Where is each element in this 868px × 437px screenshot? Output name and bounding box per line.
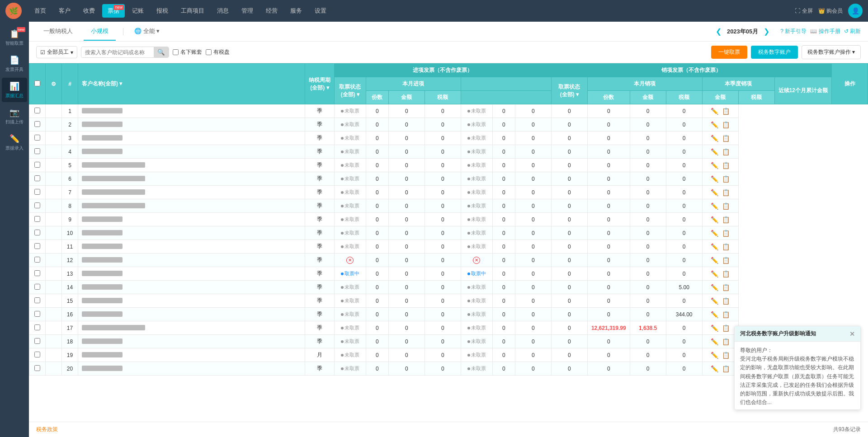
edit-icon[interactable]: ✏️ <box>710 351 719 360</box>
row-checkbox[interactable] <box>34 324 40 330</box>
row-checkbox-cell[interactable] <box>29 348 46 362</box>
copy-icon[interactable]: 📋 <box>721 324 731 333</box>
nav-tax[interactable]: 报税 <box>151 4 174 18</box>
row-checkbox-cell[interactable] <box>29 118 46 132</box>
row-expand-cell[interactable] <box>46 254 62 267</box>
copy-icon[interactable]: 📋 <box>721 120 731 129</box>
taxdisk-checkbox-label[interactable]: 有税盘 <box>206 48 230 56</box>
tab-omnibus[interactable]: 🌐 全能 ▾ <box>127 23 167 41</box>
select-all-checkbox[interactable] <box>34 80 40 86</box>
subsidiary-checkbox[interactable] <box>173 49 179 55</box>
row-checkbox[interactable] <box>34 243 40 249</box>
nav-accounting[interactable]: 记账 <box>127 4 149 18</box>
copy-icon[interactable]: 📋 <box>721 269 731 278</box>
edit-icon[interactable]: ✏️ <box>710 310 719 319</box>
nav-invoice[interactable]: 票据 new <box>102 4 125 18</box>
new-guide-button[interactable]: ? 新手引导 <box>780 28 807 35</box>
user-avatar[interactable]: 👤 <box>848 4 863 18</box>
row-checkbox[interactable] <box>34 311 40 317</box>
edit-icon[interactable]: ✏️ <box>710 215 719 224</box>
edit-icon[interactable]: ✏️ <box>710 337 719 346</box>
nav-billing[interactable]: 收费 <box>78 4 100 18</box>
nav-service[interactable]: 服务 <box>285 4 307 18</box>
edit-icon[interactable]: ✏️ <box>710 296 719 305</box>
copy-icon[interactable]: 📋 <box>721 229 731 238</box>
row-checkbox[interactable] <box>34 202 40 208</box>
search-button[interactable]: 🔍 <box>154 47 169 57</box>
app-logo[interactable]: 🌿 <box>5 3 22 19</box>
row-expand-cell[interactable] <box>46 348 62 362</box>
customer-search-input[interactable] <box>81 47 154 57</box>
edit-icon[interactable]: ✏️ <box>710 283 719 292</box>
nav-business[interactable]: 工商项目 <box>175 4 210 18</box>
notification-close-button[interactable]: ✕ <box>849 330 855 338</box>
row-expand-cell[interactable] <box>46 240 62 254</box>
copy-icon[interactable]: 📋 <box>721 364 731 373</box>
row-checkbox[interactable] <box>34 216 40 222</box>
row-checkbox-cell[interactable] <box>29 172 46 186</box>
edit-icon[interactable]: ✏️ <box>710 242 719 251</box>
copy-icon[interactable]: 📋 <box>721 215 731 224</box>
row-expand-cell[interactable] <box>46 104 62 118</box>
row-checkbox-cell[interactable] <box>29 267 46 281</box>
row-checkbox-cell[interactable] <box>29 104 46 118</box>
row-checkbox-cell[interactable] <box>29 226 46 240</box>
nav-settings[interactable]: 设置 <box>309 4 332 18</box>
copy-icon[interactable]: 📋 <box>721 283 731 292</box>
row-checkbox-cell[interactable] <box>29 240 46 254</box>
row-checkbox[interactable] <box>34 352 40 357</box>
row-checkbox-cell[interactable] <box>29 159 46 172</box>
tax-digital-account-ops-button[interactable]: 税务数字账户操作 ▾ <box>802 45 861 59</box>
copy-icon[interactable]: 📋 <box>721 296 731 305</box>
copy-icon[interactable]: 📋 <box>721 202 731 211</box>
edit-icon[interactable]: ✏️ <box>710 161 719 170</box>
row-checkbox[interactable] <box>34 108 40 113</box>
copy-icon[interactable]: 📋 <box>721 147 731 156</box>
taxdisk-checkbox[interactable] <box>206 49 212 55</box>
copy-icon[interactable]: 📋 <box>721 256 731 265</box>
row-checkbox-cell[interactable] <box>29 335 46 348</box>
row-checkbox[interactable] <box>34 270 40 276</box>
row-checkbox-cell[interactable] <box>29 321 46 335</box>
edit-icon[interactable]: ✏️ <box>710 174 719 183</box>
row-checkbox[interactable] <box>34 121 40 127</box>
row-checkbox-cell[interactable] <box>29 145 46 159</box>
row-expand-cell[interactable] <box>46 226 62 240</box>
copy-icon[interactable]: 📋 <box>721 174 731 183</box>
row-expand-cell[interactable] <box>46 213 62 226</box>
employee-select[interactable]: ☑ 全部员工 ▾ <box>36 46 77 58</box>
edit-icon[interactable]: ✏️ <box>710 120 719 129</box>
sidebar-item-open-invoice[interactable]: 📄 发票开具 <box>2 52 27 76</box>
row-checkbox-cell[interactable] <box>29 308 46 321</box>
row-checkbox-cell[interactable] <box>29 281 46 294</box>
row-checkbox-cell[interactable] <box>29 213 46 226</box>
row-expand-cell[interactable] <box>46 172 62 186</box>
nav-operation[interactable]: 经营 <box>260 4 283 18</box>
row-expand-cell[interactable] <box>46 132 62 145</box>
copy-icon[interactable]: 📋 <box>721 351 731 360</box>
sidebar-item-scan[interactable]: 📷 扫描上传 <box>2 104 27 128</box>
row-checkbox[interactable] <box>34 135 40 141</box>
copy-icon[interactable]: 📋 <box>721 242 731 251</box>
row-checkbox[interactable] <box>34 338 40 344</box>
row-expand-cell[interactable] <box>46 362 62 376</box>
nav-client[interactable]: 客户 <box>53 4 76 18</box>
edit-icon[interactable]: ✏️ <box>710 107 719 116</box>
row-expand-cell[interactable] <box>46 118 62 132</box>
prev-month-button[interactable]: ❮ <box>716 27 722 36</box>
row-expand-cell[interactable] <box>46 159 62 172</box>
row-expand-cell[interactable] <box>46 281 62 294</box>
manual-button[interactable]: 📖 操作手册 <box>810 28 840 35</box>
row-checkbox[interactable] <box>34 148 40 154</box>
th-settings[interactable]: ⚙ <box>46 64 62 104</box>
row-expand-cell[interactable] <box>46 321 62 335</box>
tax-policy-link[interactable]: 税务政策 <box>36 426 58 433</box>
vip-button[interactable]: 👑 购会员 <box>818 7 843 15</box>
tax-digital-account-button[interactable]: 税务数字账户 <box>751 46 798 59</box>
row-checkbox-cell[interactable] <box>29 199 46 213</box>
edit-icon[interactable]: ✏️ <box>710 147 719 156</box>
next-month-button[interactable]: ❯ <box>764 27 769 36</box>
row-checkbox[interactable] <box>34 175 40 181</box>
sidebar-item-entry[interactable]: ✏️ 票据录入 <box>2 130 27 155</box>
row-checkbox[interactable] <box>34 189 40 195</box>
